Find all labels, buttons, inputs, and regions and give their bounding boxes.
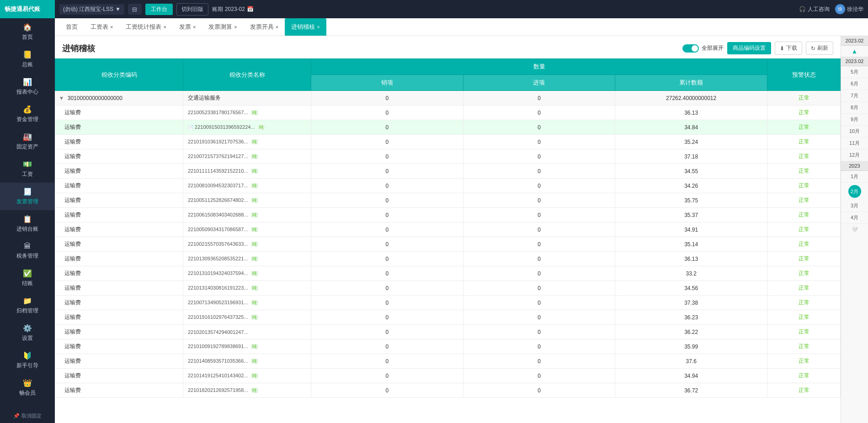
table-row-status: 正常 bbox=[767, 120, 841, 135]
table-row-cumulative: 37.38 bbox=[615, 296, 767, 310]
company-selector[interactable]: (勿动) 江西报宝-LSS ▼ bbox=[59, 4, 124, 15]
sidebar-item-tax[interactable]: 🏛 税务管理 bbox=[0, 238, 55, 264]
th-warning: 预警状态 bbox=[767, 59, 841, 91]
workspace-button[interactable]: 工作台 bbox=[145, 4, 173, 15]
month-9[interactable]: 9月 bbox=[841, 114, 868, 126]
sidebar-item-invoice[interactable]: 🧾 发票管理 bbox=[0, 183, 55, 210]
sidebar-item-settlement[interactable]: ✅ 结账 bbox=[0, 264, 55, 292]
tab-salary[interactable]: 工资表 × bbox=[84, 18, 119, 36]
tab-reconcile[interactable]: 进销稽核 × bbox=[285, 18, 326, 36]
tab-invoice-calc[interactable]: 发票测算 × bbox=[202, 18, 243, 36]
sidebar-item-assets[interactable]: 🏭 固定资产 bbox=[0, 128, 55, 155]
table-row-cumulative: 36.23 bbox=[615, 310, 767, 325]
tab-invoice[interactable]: 发票 × bbox=[173, 18, 202, 36]
month-4[interactable]: 4月 bbox=[841, 212, 868, 224]
sidebar-item-member[interactable]: 👑 畅会员 bbox=[0, 374, 55, 402]
table-row-subname: 运输费 bbox=[55, 120, 183, 135]
user-menu[interactable]: 徐 徐泾华 bbox=[835, 4, 863, 14]
table-row-invoice: 22100713490523196931... 吨 bbox=[183, 296, 311, 310]
tab-salary-stats-close[interactable]: × bbox=[163, 24, 166, 30]
unpin-button[interactable]: 📌 取消固定 bbox=[0, 409, 55, 423]
download-button[interactable]: ⬇ 下载 bbox=[775, 42, 802, 55]
expand-toggle-container: 全部展开 bbox=[682, 44, 724, 53]
sidebar-item-guide[interactable]: 🔰 新手引导 bbox=[0, 347, 55, 374]
table-row-invoice: 📄 22100915031396592224... 吨 bbox=[183, 120, 311, 135]
month-11[interactable]: 11月 bbox=[841, 137, 868, 149]
table-row-purchase: 0 bbox=[463, 222, 615, 237]
month-5[interactable]: 5月 bbox=[841, 66, 868, 78]
table-row-cumulative: 34.56 bbox=[615, 281, 767, 296]
sidebar-item-funds[interactable]: 💰 资金管理 bbox=[0, 100, 55, 128]
table-row-invoice: 22100523381780176567... 吨 bbox=[183, 106, 311, 120]
ledger-icon: 📒 bbox=[23, 50, 32, 59]
tab-salary-stats[interactable]: 工资统计报表 × bbox=[119, 18, 172, 36]
month-3[interactable]: 3月 bbox=[841, 200, 868, 212]
tab-salary-stats-label: 工资统计报表 bbox=[126, 23, 161, 31]
month-12[interactable]: 12月 bbox=[841, 149, 868, 161]
month-8[interactable]: 8月 bbox=[841, 102, 868, 114]
table-row-sale: 0 bbox=[311, 135, 463, 149]
table-row-status: 正常 bbox=[767, 383, 841, 398]
month-10[interactable]: 10月 bbox=[841, 126, 868, 137]
table-row-subname: 运输费 bbox=[55, 296, 183, 310]
calendar-icon[interactable]: 📅 bbox=[247, 6, 254, 12]
table-row-cumulative: 36.72 bbox=[615, 383, 767, 398]
table-row-invoice: 22101111143592152210... 吨 bbox=[183, 164, 311, 179]
tab-invoice-calc-close[interactable]: × bbox=[234, 24, 237, 30]
sidebar-item-reports[interactable]: 📊 报表中心 bbox=[0, 73, 55, 100]
period-display: 账期 2023-02 📅 bbox=[212, 5, 254, 13]
month-1[interactable]: 1月 bbox=[841, 171, 868, 183]
sidebar-item-settings[interactable]: ⚙️ 设置 bbox=[0, 319, 55, 347]
table-row-purchase: 0 bbox=[463, 281, 615, 296]
refresh-button[interactable]: ↻ 刷新 bbox=[806, 42, 833, 55]
table-row-subname: 运输费 bbox=[55, 281, 183, 296]
table-row-purchase: 0 bbox=[463, 120, 615, 135]
table-row-sale: 0 bbox=[311, 193, 463, 208]
sidebar-item-purchase[interactable]: 📋 进销台账 bbox=[0, 210, 55, 238]
month-7[interactable]: 7月 bbox=[841, 90, 868, 102]
month-2-active[interactable]: 2月 bbox=[848, 185, 861, 198]
copy-button[interactable]: ⊟ bbox=[128, 4, 142, 15]
table-row-sale: 0 bbox=[311, 354, 463, 369]
table-row-status: 正常 bbox=[767, 369, 841, 383]
tab-invoice-open[interactable]: 发票开具 × bbox=[244, 18, 285, 36]
tab-salary-close[interactable]: × bbox=[110, 24, 113, 30]
tab-invoice-close[interactable]: × bbox=[193, 24, 196, 30]
table-row-cumulative: 34.84 bbox=[615, 120, 767, 135]
table-row-subname: 运输费 bbox=[55, 149, 183, 164]
company-name: (勿动) 江西报宝-LSS bbox=[63, 5, 113, 13]
sidebar-item-label: 报表中心 bbox=[16, 88, 38, 96]
sidebar-item-salary[interactable]: 💵 工资 bbox=[0, 155, 55, 183]
table-row-cumulative: 35.37 bbox=[615, 208, 767, 222]
sidebar-item-home[interactable]: 🏠 首页 bbox=[0, 18, 55, 46]
table-row-subname: 运输费 bbox=[55, 325, 183, 339]
table-row-invoice: 22100509034317086587... 吨 bbox=[183, 222, 311, 237]
month-6[interactable]: 6月 bbox=[841, 78, 868, 90]
table-wrapper: 税收分类编码 税收分类名称 数量 预警状态 销项 进项 累计数额 bbox=[55, 58, 841, 423]
settings-button[interactable]: 商品编码设置 bbox=[727, 42, 771, 54]
nav-up-arrow[interactable]: ▲ bbox=[841, 46, 868, 57]
home-icon: 🏠 bbox=[23, 23, 32, 32]
sidebar-item-label: 设置 bbox=[22, 334, 33, 342]
th-cumulative: 累计数额 bbox=[615, 75, 767, 91]
expand-toggle[interactable] bbox=[682, 44, 699, 53]
table-row-sale: 0 bbox=[311, 252, 463, 266]
support-button[interactable]: 🎧 人工咨询 bbox=[799, 5, 830, 13]
tab-reconcile-close[interactable]: × bbox=[317, 24, 320, 30]
sidebar-item-ledger[interactable]: 📒 总账 bbox=[0, 46, 55, 73]
table-row-status: 正常 bbox=[767, 164, 841, 179]
year-label-2023-02: 2023.02 bbox=[841, 57, 868, 66]
purchase-icon: 📋 bbox=[23, 215, 32, 223]
table-row-status: 正常 bbox=[767, 266, 841, 281]
download-icon: ⬇ bbox=[780, 45, 784, 52]
tab-home[interactable]: 首页 bbox=[59, 18, 84, 36]
table-row-subname: 运输费 bbox=[55, 193, 183, 208]
table-row-invoice: 22101310194324037594... 吨 bbox=[183, 266, 311, 281]
table-row-sale: 0 bbox=[311, 296, 463, 310]
switch-old-button[interactable]: 切到旧版 bbox=[176, 3, 208, 16]
table-row-cumulative: 35.24 bbox=[615, 135, 767, 149]
table-row-purchase: 0 bbox=[463, 135, 615, 149]
sidebar-item-archive[interactable]: 📁 归档管理 bbox=[0, 292, 55, 319]
tab-invoice-open-close[interactable]: × bbox=[276, 24, 278, 30]
guide-icon: 🔰 bbox=[23, 351, 32, 360]
